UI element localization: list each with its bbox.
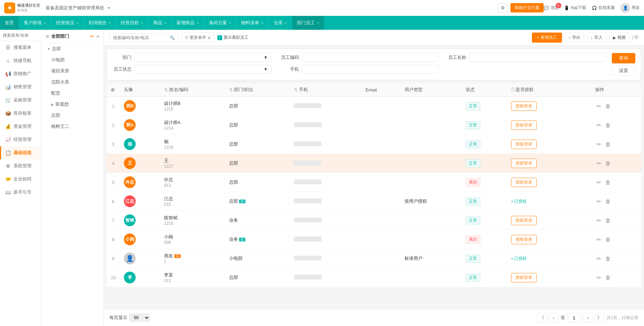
sidebar-item-nav[interactable]: ⌂ 快捷导航 (0, 54, 41, 67)
delete-button[interactable]: 🗑 (604, 217, 612, 224)
delete-button[interactable]: 🗑 (604, 160, 612, 167)
tab-operation[interactable]: 经营情况 × (51, 16, 83, 30)
close-icon[interactable]: × (109, 21, 111, 25)
search-input[interactable] (113, 35, 167, 40)
edit-button[interactable]: ✏ (595, 255, 602, 262)
dept-item-distribution[interactable]: 配货 (42, 88, 103, 99)
sidebar-item-base[interactable]: 📋 基础信息 (0, 146, 41, 159)
close-icon[interactable]: × (261, 21, 263, 25)
delete-button[interactable]: 🗑 (604, 255, 612, 262)
tab-bom[interactable]: 物料清单 × (236, 16, 269, 30)
prev-page-button[interactable]: ‹ (549, 313, 559, 323)
edit-button[interactable]: ✏ (595, 122, 602, 129)
emp-code-input[interactable] (302, 53, 439, 62)
settings-icon[interactable]: ⚙ (111, 87, 115, 92)
emp-status-select[interactable]: ▼ (134, 65, 272, 74)
authorize-button[interactable]: 授权登录 (511, 235, 537, 244)
sidebar-item-inventory[interactable]: 📦 库存核算 (0, 107, 41, 120)
close-icon[interactable]: × (44, 21, 46, 25)
page-number-input[interactable] (567, 313, 581, 323)
trial-button[interactable]: 体验行业方案 (510, 3, 544, 12)
dept-item-headquarters[interactable]: ▼总部 (42, 43, 103, 54)
authorize-button[interactable]: 授权登录 (511, 121, 537, 130)
authorize-button[interactable]: 授权登录 (511, 159, 537, 168)
delete-button[interactable]: 🗑 (604, 179, 612, 186)
edit-button[interactable]: ✏ (595, 141, 602, 148)
dept-item-plant[interactable]: 植树王二 (42, 121, 103, 132)
app-download-button[interactable]: 📱 App下载 (564, 5, 586, 11)
add-employee-button[interactable]: + 新增员工 (532, 33, 562, 43)
next-page-button[interactable]: › (583, 313, 593, 323)
show-resigned-toggle[interactable]: ✓ 显示离职员工 (217, 35, 248, 41)
dept-item-project[interactable]: 项目库房 (42, 65, 103, 77)
delete-button[interactable]: 🗑 (604, 274, 612, 281)
tab-history[interactable]: 经营历程 × (116, 16, 148, 30)
dept-select[interactable]: ▼ (134, 53, 272, 62)
edit-button[interactable]: ✏ (595, 179, 602, 186)
dept-item-small-elec[interactable]: 小电部 (42, 54, 103, 65)
dept-item-shenyang[interactable]: 沈阳大库 (42, 77, 103, 88)
last-page-button[interactable]: 》 (595, 313, 605, 323)
edit-button[interactable]: ✏ (595, 198, 602, 205)
delete-button[interactable]: 🗑 (604, 122, 612, 129)
sidebar-item-marketing[interactable]: 📢 营销推广 (0, 67, 41, 80)
settings-button[interactable]: ⚙ (498, 3, 508, 13)
reset-button[interactable]: 设置 (612, 65, 635, 76)
delete-button[interactable]: 🗑 (604, 141, 612, 148)
close-icon[interactable]: × (285, 21, 287, 25)
close-icon[interactable]: × (164, 21, 166, 25)
close-icon[interactable]: × (317, 21, 319, 25)
tab-customer[interactable]: 客户联络 × (19, 16, 51, 30)
edit-button[interactable]: ✏ (595, 274, 602, 281)
edit-button[interactable]: ✏ (595, 103, 602, 110)
more-filter-button[interactable]: ▽ 更多条件 ∧ (181, 33, 215, 43)
close-icon[interactable]: × (76, 21, 78, 25)
delete-button[interactable]: 🗑 (604, 236, 612, 243)
tab-new-goods[interactable]: 新增商品 × (172, 16, 204, 30)
edit-button[interactable]: ✏ (595, 236, 602, 243)
sidebar-item-sales[interactable]: 📊 销售管理 (0, 80, 41, 94)
tab-barcode[interactable]: 条码方案 × (204, 16, 236, 30)
cell-email (361, 249, 400, 268)
dept-item-hq[interactable]: 总部 (42, 110, 103, 121)
edit-dept-button[interactable]: ✏ (90, 34, 94, 39)
close-icon[interactable]: × (141, 21, 143, 25)
edit-button[interactable]: ✏ (595, 160, 602, 167)
authorize-button[interactable]: 授权登录 (511, 178, 537, 187)
tab-home[interactable]: 首页 (0, 16, 19, 30)
sidebar-item-finance[interactable]: 💰 资金管理 (0, 120, 41, 133)
export-button[interactable]: ↑ 导出 (565, 33, 584, 43)
authorize-button[interactable]: 授权登录 (511, 216, 537, 225)
sidebar-item-business[interactable]: 📈 经营管理 (0, 133, 41, 146)
authorize-button[interactable]: 授权登录 (511, 102, 537, 111)
delete-button[interactable]: 🗑 (604, 103, 612, 110)
help-button[interactable]: | 帮 (632, 35, 638, 41)
close-icon[interactable]: × (197, 21, 199, 25)
edit-button[interactable]: ✏ (595, 217, 602, 224)
close-icon[interactable]: × (229, 21, 231, 25)
sidebar-item-search[interactable]: ☰ 搜索菜单 (0, 41, 41, 54)
dept-item-double[interactable]: ▶双底想 (42, 99, 103, 110)
per-page-select[interactable]: 50 100 (129, 314, 150, 322)
collapse-tree-button[interactable]: » (96, 33, 99, 39)
authorize-button[interactable]: 授权登录 (511, 273, 537, 282)
delete-button[interactable]: 🗑 (604, 198, 612, 205)
sidebar-item-guide[interactable]: 📖 新手引导 (0, 186, 41, 199)
query-button[interactable]: 查询 (612, 53, 635, 63)
online-service-button[interactable]: 🎧 在线客服 (592, 5, 615, 11)
sidebar-item-purchase[interactable]: 🛒 采购管理 (0, 94, 41, 107)
phone-input[interactable] (302, 65, 439, 74)
view-button[interactable]: ▶ 视频 (609, 33, 629, 43)
tab-profit[interactable]: 利润报告 × (84, 16, 116, 30)
authorize-button[interactable]: 授权登录 (511, 140, 537, 149)
import-button[interactable]: ↓ 导入 (587, 33, 606, 43)
message-button[interactable]: 💬 消息 5 (544, 5, 559, 11)
user-profile-button[interactable]: 👤 用友 (620, 3, 640, 13)
tab-goods[interactable]: 商品 × (148, 16, 172, 30)
sidebar-item-system[interactable]: ⚙ 系统管理 (0, 159, 41, 173)
tab-department[interactable]: 部门员工 × (292, 16, 324, 30)
emp-name-input[interactable] (469, 53, 606, 62)
tab-warehouse[interactable]: 仓库 × (269, 16, 292, 30)
first-page-button[interactable]: 《 (537, 313, 547, 323)
sidebar-item-collab[interactable]: 🤝 企业协同 (0, 173, 41, 186)
